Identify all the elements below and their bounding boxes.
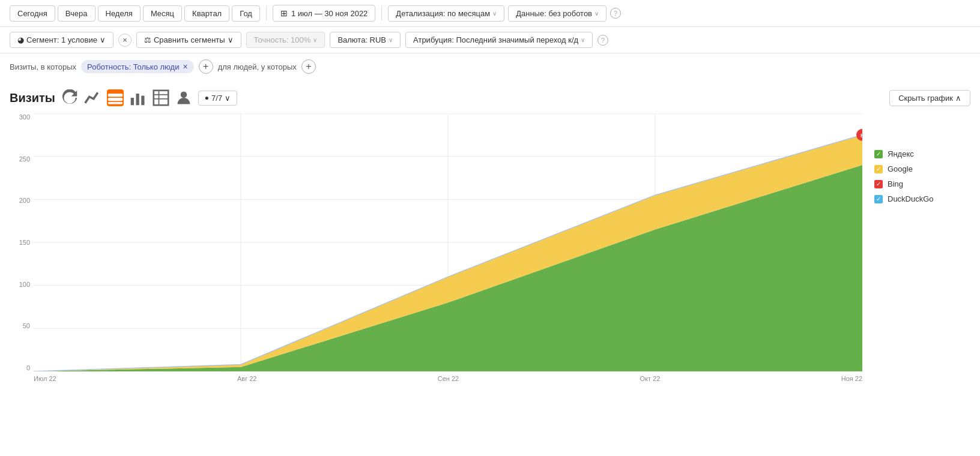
- filter-bar: ◕ Сегмент: 1 условие ∨ × ⚖ Сравнить сегм…: [0, 27, 980, 53]
- chart-title: Визиты: [10, 91, 55, 105]
- y-label: 200: [19, 197, 30, 204]
- legend-item-duckduckgo: ✓DuckDuckGo: [874, 194, 970, 203]
- accuracy-chevron: ∨: [313, 37, 317, 43]
- grid-icon: ⊞: [280, 8, 288, 18]
- chart-svg: н: [34, 113, 862, 371]
- line-chart-button[interactable]: [84, 89, 101, 106]
- svg-rect-5: [141, 96, 144, 106]
- period-btn-квартал[interactable]: Квартал: [184, 5, 229, 22]
- chart-header: Визиты: [10, 89, 970, 106]
- metrics-label: 7/7: [211, 94, 222, 103]
- data-chevron: ∨: [594, 10, 599, 17]
- line-chart-icon: [84, 89, 101, 106]
- detail-chevron: ∨: [492, 10, 497, 17]
- tag-pill: Роботность: Только люди ×: [81, 60, 194, 73]
- x-label: Сен 22: [438, 375, 459, 382]
- period-btn-месяц[interactable]: Месяц: [143, 5, 182, 22]
- y-axis: 050100150200250300: [10, 113, 34, 371]
- x-axis: Июл 22Авг 22Сен 22Окт 22Ноя 22: [34, 371, 862, 389]
- person-icon: [175, 89, 192, 106]
- attribution-chevron: ∨: [581, 37, 585, 43]
- data-button[interactable]: Данные: без роботов ∨: [508, 5, 606, 22]
- for-people-text: для людей, у которых: [218, 62, 297, 71]
- currency-chevron: ∨: [389, 37, 393, 43]
- currency-button[interactable]: Валюта: RUB ∨: [330, 32, 401, 48]
- y-label: 100: [19, 281, 30, 288]
- date-range-button[interactable]: ⊞ 1 июл — 30 ноя 2022: [273, 5, 375, 22]
- visits-text: Визиты, в которых: [10, 62, 76, 71]
- stacked-area-button[interactable]: [107, 89, 124, 106]
- y-label: 300: [19, 113, 30, 121]
- segment-chevron: ∨: [100, 35, 106, 44]
- svg-rect-1: [108, 98, 123, 101]
- legend-item-google: ✓Google: [874, 164, 970, 173]
- table-button[interactable]: [153, 89, 169, 106]
- accuracy-label: Точность: 100%: [254, 35, 311, 44]
- x-label: Авг 22: [237, 375, 256, 382]
- hide-chart-button[interactable]: Скрыть график ∧: [889, 90, 970, 106]
- refresh-icon-button[interactable]: [61, 89, 78, 106]
- tag-close[interactable]: ×: [183, 62, 187, 71]
- period-btn-сегодня[interactable]: Сегодня: [10, 5, 55, 22]
- metrics-icon: ●: [205, 94, 209, 102]
- date-range-label: 1 июл — 30 ноя 2022: [291, 9, 368, 18]
- segment-icon: ◕: [17, 35, 24, 44]
- stacked-area-icon: [107, 89, 124, 106]
- help-icon-2[interactable]: ?: [597, 35, 608, 46]
- x-label: Июл 22: [34, 375, 56, 382]
- compare-button[interactable]: ⚖ Сравнить сегменты ∨: [136, 32, 241, 48]
- person-button[interactable]: [175, 89, 192, 106]
- svg-rect-0: [108, 94, 123, 97]
- currency-label: Валюта: RUB: [337, 35, 386, 44]
- table-icon: [153, 89, 169, 106]
- legend-label: Яндекс: [888, 149, 914, 158]
- segment-row: Визиты, в которых Роботность: Только люд…: [0, 53, 980, 80]
- help-icon-1[interactable]: ?: [610, 8, 621, 19]
- legend-label: Google: [888, 164, 913, 173]
- segment-button[interactable]: ◕ Сегмент: 1 условие ∨: [10, 32, 113, 48]
- legend: ✓Яндекс✓Google✓Bing✓DuckDuckGo: [874, 149, 970, 203]
- compare-chevron: ∨: [228, 35, 234, 44]
- accuracy-button[interactable]: Точность: 100% ∨: [246, 32, 325, 48]
- svg-rect-2: [108, 102, 123, 104]
- tag-label: Роботность: Только люди: [87, 62, 179, 71]
- svg-point-10: [181, 92, 187, 98]
- svg-rect-6: [154, 91, 169, 106]
- legend-check-яндекс: ✓: [874, 150, 883, 158]
- y-label: 250: [19, 155, 30, 163]
- legend-item-bing: ✓Bing: [874, 179, 970, 188]
- metrics-chevron: ∨: [225, 94, 231, 103]
- refresh-icon: [61, 89, 78, 106]
- period-btn-вчера[interactable]: Вчера: [58, 5, 95, 22]
- top-bar: СегодняВчераНеделяМесяцКварталГод ⊞ 1 ию…: [0, 0, 980, 27]
- svg-rect-3: [131, 98, 134, 105]
- period-btn-неделя[interactable]: Неделя: [98, 5, 141, 22]
- legend-label: Bing: [888, 179, 903, 188]
- chart-area: 050100150200250300 Июл 22Авг 22Сен 22Окт…: [10, 113, 970, 389]
- y-label: 0: [26, 364, 30, 371]
- detail-button[interactable]: Детализация: по месяцам ∨: [388, 5, 504, 22]
- attribution-button[interactable]: Атрибуция: Последний значимый переход к/…: [405, 32, 593, 48]
- segment-label: Сегмент: 1 условие: [26, 35, 97, 44]
- hide-chart-label: Скрыть график: [898, 94, 953, 103]
- segment-close-button[interactable]: ×: [118, 34, 132, 47]
- legend-check-google: ✓: [874, 165, 883, 173]
- chart-svg-container: н: [34, 113, 862, 371]
- detail-label: Детализация: по месяцам: [396, 9, 490, 18]
- add-condition-button[interactable]: +: [199, 59, 213, 74]
- separator-2: [381, 6, 382, 20]
- legend-check-bing: ✓: [874, 180, 883, 188]
- add-condition-button-2[interactable]: +: [301, 59, 316, 74]
- chart-title-row: Визиты: [10, 89, 237, 106]
- attribution-label: Атрибуция: Последний значимый переход к/…: [413, 35, 578, 44]
- y-label: 150: [19, 239, 30, 246]
- legend-check-duckduckgo: ✓: [874, 195, 883, 203]
- data-label: Данные: без роботов: [516, 9, 592, 18]
- bar-chart-button[interactable]: [130, 89, 147, 106]
- chart-section: Визиты: [0, 80, 980, 389]
- period-btn-год[interactable]: Год: [232, 5, 260, 22]
- svg-rect-4: [136, 94, 139, 105]
- hide-chart-chevron: ∧: [955, 94, 961, 103]
- metrics-selector[interactable]: ● 7/7 ∨: [198, 91, 237, 106]
- x-label: Ноя 22: [841, 375, 862, 382]
